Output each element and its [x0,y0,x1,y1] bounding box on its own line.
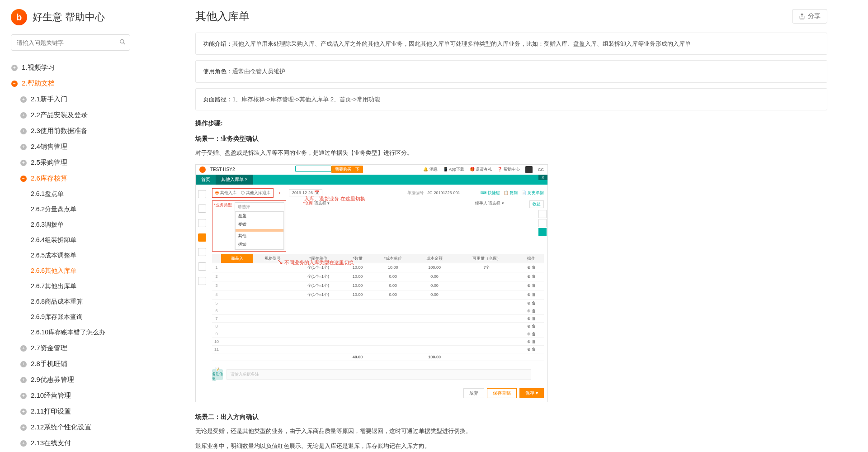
radio-icon [241,191,245,195]
nav-label: 2.2产品安装及登录 [31,111,88,119]
nav-sub-24[interactable]: +2.4销售管理 [11,139,130,155]
nav-sub-29[interactable]: +2.9优惠券管理 [11,372,130,388]
nav-leaf-2610[interactable]: 2.6.10库存账本错了怎么办 [11,325,130,340]
info-label: 功能介绍： [203,40,232,47]
mock-rail-icon [198,262,206,271]
dd-opt: 拆卸 [236,240,283,249]
svg-point-0 [120,39,124,43]
nav-leaf-265[interactable]: 2.6.5成本调整单 [11,248,130,263]
nav-sub-27[interactable]: +2.7资金管理 [11,340,130,356]
table-row: 4个(1个=1个)10.000.000.00⊕ 🗑 [212,290,544,299]
mock-search [295,166,331,172]
radio-icon [215,191,219,195]
mock-save: 保存 ▾ [519,388,544,398]
nav-leaf-262[interactable]: 2.6.2分量盘点单 [11,202,130,217]
page-header: 其他入库单 分享 [195,9,827,24]
plus-icon: + [20,377,27,383]
share-button[interactable]: 分享 [792,9,827,24]
nav-leaf-267[interactable]: 2.6.7其他出库单 [11,279,130,294]
nav-sub-25[interactable]: +2.5采购管理 [11,155,130,171]
nav-leaf-261[interactable]: 2.6.1盘点单 [11,186,130,202]
search-input[interactable] [11,34,130,51]
nav-leaf-268[interactable]: 2.6.8商品成本重算 [11,294,130,309]
mock-table: 商品入 规格型号*库存单位*数量*成本单价成本金额可用量（仓库）操作 1个(1个… [212,254,544,361]
mock-memo: 📝备注信息 请输入单据备注 [212,369,531,380]
scene2-text2: 退库业务中，明细数量均以负值红色展示。无论是入库还是退库，库存账均记在入库方向。 [195,441,827,452]
nav-label: 1.视频学习 [22,63,55,72]
nav-sub-23[interactable]: +2.3使用前数据准备 [11,123,130,139]
table-row: 2个(1个=1个)10.000.000.00⊕ 🗑 [212,272,544,281]
nav-label: 2.12系统个性化设置 [31,423,91,432]
dropdown-selected: 请选择 [235,203,284,211]
plus-icon: + [20,160,27,166]
mock-rail-icon [198,277,206,285]
nav-label: 2.7资金管理 [31,344,67,352]
dd-opt: 盘盈 [236,212,283,220]
info-label: 页面路径： [203,96,232,103]
table-row: 11⊕ 🗑 [212,345,544,353]
logo-icon: b [11,9,27,25]
nav-label: 2.11打印设置 [31,407,71,416]
rail-icon [538,219,547,227]
nav-label: 2.6.9库存账本查询 [31,313,83,321]
nav-sub-28[interactable]: +2.8手机旺铺 [11,356,130,372]
rail-icon [538,210,547,218]
mock-logo-icon [199,167,206,173]
info-text: 1、库存核算->库存管理->其他入库单 2、首页->常用功能 [232,96,380,103]
scene2-text1: 无论是受赠，还是其他类型的业务，由于入库商品质量等原因，需要退回，这时可通过单据… [195,426,827,437]
nav-leaf-269[interactable]: 2.6.9库存账本查询 [11,309,130,325]
nav-label: 2.6.4组装拆卸单 [31,236,76,244]
mock-tenant: TEST-HSY2 [210,167,235,172]
table-row: 3个(1个=1个)10.000.000.00⊕ 🗑 [212,281,544,290]
nav-sub-210[interactable]: +2.10经营管理 [11,388,130,404]
mock-collapse: 收起 [529,200,544,208]
mock-footer: 放弃 保存草稿 保存 ▾ [196,385,547,402]
plus-icon: + [20,409,27,415]
nav-leaf-266[interactable]: 2.6.6其他入库单 [11,263,130,279]
mock-invite: 🎁 邀请有礼 [470,167,492,172]
nav-sub-22[interactable]: +2.2产品安装及登录 [11,107,130,123]
nav-sub-212[interactable]: +2.12系统个性化设置 [11,419,130,435]
steps-title: 操作步骤: [195,119,827,128]
nav-label: 2.6.2分量盘点单 [31,205,76,214]
nav-label: 2.1新手入门 [31,95,67,104]
mock-screenshot: TEST-HSY2 我要购买一下 🔔 消息 📱 App下载 🎁 邀请有礼 ❓ 帮… [195,164,548,402]
nav-sub-213[interactable]: +2.13在线支付 [11,435,130,451]
search-icon[interactable] [119,39,126,47]
info-label: 使用角色： [203,68,232,75]
mock-rail-icon [198,248,206,256]
plus-icon: + [20,96,27,103]
dd-opt: 其他 [236,232,283,240]
mock-app: 📱 App下载 [443,167,464,172]
radio-label: 其他入库退库 [246,190,270,196]
info-intro: 功能介绍：其他入库单用来处理除采购入库、产成品入库之外的其他入库业务，因此其他入… [195,33,827,55]
mock-dropdown: 请选择 盘盈 受赠 其他 拆卸 [235,202,284,250]
plus-icon: + [20,440,27,447]
plus-icon: + [20,345,27,352]
mock-msg: 🔔 消息 [423,167,438,172]
table-row: 6⊕ 🗑 [212,307,544,314]
nav-label: 2.6.10库存账本错了怎么办 [31,328,105,337]
nav-leaf-264[interactable]: 2.6.4组装拆卸单 [11,233,130,248]
nav-label: 2.6.1盘点单 [31,190,64,198]
mock-rail-icon [198,205,206,213]
mock-help: ❓ 帮助中心 [497,167,520,172]
nav-sub-26[interactable]: −2.6库存核算 [11,171,130,186]
nav-leaf-263[interactable]: 2.6.3调拨单 [11,217,130,233]
brand-row: b 好生意 帮助中心 [11,9,130,25]
radio-label: 其他入库 [220,190,236,196]
minus-icon: − [20,176,27,182]
mock-tabs: 首页 其他入库单 × × [196,175,547,185]
memo-input: 请输入单据备注 [226,369,531,380]
nav-sub-21[interactable]: +2.1新手入门 [11,91,130,107]
nav-item-docs[interactable]: −2.帮助文档 [11,76,130,91]
table-row: 8⊕ 🗑 [212,322,544,330]
mock-docno-label: 单据编号 [407,190,424,196]
mock-rail-icon [198,219,206,227]
nav-item-video[interactable]: +1.视频学习 [11,60,130,76]
nav-sub-211[interactable]: +2.11打印设置 [11,404,130,419]
mock-right-rail [538,210,547,237]
rail-icon [538,228,547,236]
nav-label: 2.8手机旺铺 [31,360,67,368]
mock-tabs-close: × [538,175,547,180]
